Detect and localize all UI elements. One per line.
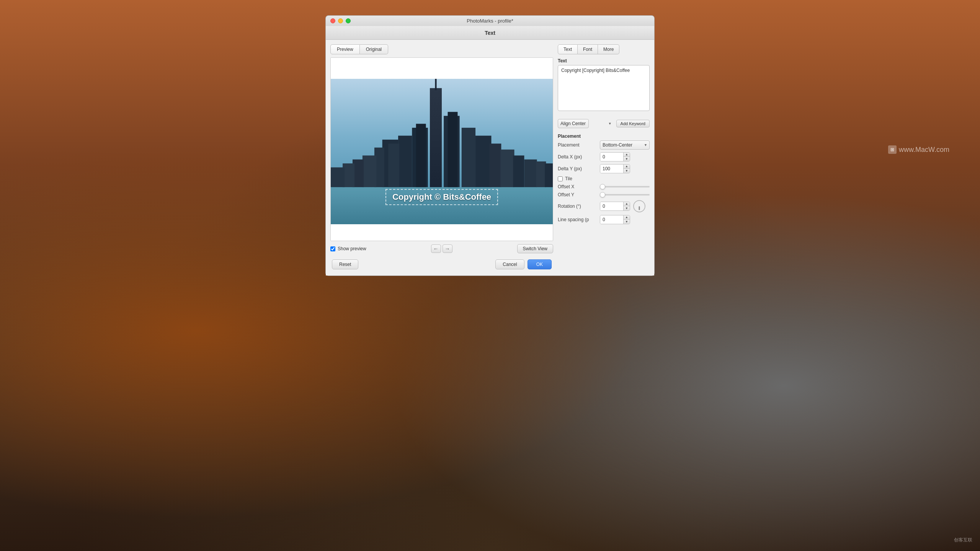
rotation-down[interactable]: ▼	[624, 206, 630, 210]
close-button[interactable]	[330, 18, 335, 23]
rotation-input[interactable]	[600, 202, 623, 210]
tab-more[interactable]: More	[598, 44, 619, 54]
tab-original[interactable]: Original	[360, 44, 388, 54]
svg-rect-15	[448, 112, 458, 187]
offset-y-thumb	[600, 192, 605, 197]
bottom-buttons: Reset Cancel OK	[330, 256, 553, 271]
line-spacing-up[interactable]: ▲	[624, 215, 630, 220]
offset-x-label: Offset X	[558, 184, 600, 189]
prev-button[interactable]: ←	[431, 245, 441, 253]
delta-x-row: Delta X (px) ▲ ▼	[558, 152, 650, 161]
watermark-icon: ⊞	[888, 145, 897, 154]
svg-rect-7	[388, 143, 399, 187]
svg-rect-16	[462, 128, 475, 187]
svg-rect-20	[513, 155, 524, 187]
delta-x-input[interactable]	[600, 153, 623, 161]
svg-rect-22	[536, 161, 546, 187]
window-controls	[330, 18, 351, 23]
action-buttons: Cancel OK	[495, 259, 552, 269]
tile-checkbox[interactable]	[558, 176, 563, 181]
svg-rect-21	[524, 160, 537, 187]
svg-rect-8	[363, 155, 376, 187]
svg-rect-19	[500, 150, 514, 187]
svg-rect-11	[331, 167, 345, 187]
dialog-title: Text	[485, 30, 495, 36]
add-keyword-button[interactable]: Add Keyword	[616, 120, 650, 127]
rotation-input-wrapper: ▲ ▼	[600, 202, 630, 211]
image-watermark-overlay: Copyright © Bits&Coffee	[385, 189, 498, 205]
next-button[interactable]: →	[443, 245, 452, 253]
cancel-button[interactable]: Cancel	[495, 259, 524, 269]
offset-x-slider[interactable]	[600, 186, 650, 187]
site-watermark: ⊞ www.MacW.com	[888, 145, 949, 154]
maximize-button[interactable]	[346, 18, 351, 23]
reset-button[interactable]: Reset	[332, 259, 358, 269]
delta-y-down[interactable]: ▼	[624, 169, 630, 173]
placement-select-wrapper: Top-Left Top-Center Top-Right Center-Lef…	[600, 140, 650, 150]
delta-y-label: Delta Y (px)	[558, 166, 600, 171]
offset-y-slider[interactable]	[600, 194, 650, 196]
svg-rect-18	[489, 143, 501, 187]
delta-y-input[interactable]	[600, 165, 623, 173]
preview-image: Copyright © Bits&Coffee	[331, 79, 553, 224]
text-controls: Align Left Align Center Align Right Add …	[558, 119, 650, 128]
right-panel: Text Font More Text Copyright [Copyright…	[558, 44, 650, 271]
dialog-body: Preview Original	[326, 40, 654, 276]
offset-y-label: Offset Y	[558, 192, 600, 197]
delta-x-up[interactable]: ▲	[624, 153, 630, 157]
window-title: PhotoMarks - profile*	[467, 18, 513, 24]
line-spacing-label: Line spacing (p	[558, 217, 600, 222]
main-window: PhotoMarks - profile* Text Preview Origi…	[325, 15, 655, 276]
watermark-text: www.MacW.com	[899, 146, 949, 154]
align-dropdown[interactable]: Align Left Align Center Align Right	[558, 119, 589, 128]
delta-y-up[interactable]: ▲	[624, 165, 630, 169]
placement-section: Placement Placement Top-Left Top-Center …	[558, 134, 650, 227]
text-input[interactable]: Copyright [Copyright] Bits&Coffee	[558, 65, 650, 111]
tab-preview[interactable]: Preview	[330, 44, 360, 54]
text-section-label: Text	[558, 58, 650, 64]
nav-buttons: ← →	[431, 245, 452, 253]
bottom-watermark: 创客互联	[954, 537, 972, 543]
minimize-button[interactable]	[338, 18, 343, 23]
delta-x-label: Delta X (px)	[558, 154, 600, 160]
switch-view-button[interactable]: Switch View	[517, 244, 553, 253]
right-tabs: Text Font More	[558, 44, 650, 54]
title-bar: PhotoMarks - profile*	[325, 15, 655, 26]
placement-row: Placement Top-Left Top-Center Top-Right …	[558, 140, 650, 150]
svg-rect-6	[398, 136, 412, 187]
align-select-wrapper: Align Left Align Center Align Right	[558, 119, 614, 128]
show-preview-checkbox[interactable]	[330, 246, 335, 251]
svg-rect-17	[475, 136, 491, 187]
text-section: Text Copyright [Copyright] Bits&Coffee	[558, 58, 650, 112]
line-spacing-stepper: ▲ ▼	[623, 215, 630, 224]
tile-row: Tile	[558, 176, 650, 181]
tile-label: Tile	[565, 176, 572, 181]
delta-y-stepper: ▲ ▼	[623, 165, 630, 173]
delta-x-input-wrapper: ▲ ▼	[600, 152, 630, 161]
show-preview-control: Show preview	[330, 246, 366, 251]
line-spacing-down[interactable]: ▼	[624, 220, 630, 224]
placement-dropdown[interactable]: Top-Left Top-Center Top-Right Center-Lef…	[600, 140, 650, 150]
rotation-row: Rotation (°) ▲ ▼	[558, 200, 650, 212]
dialog-window: Text Preview Original	[325, 26, 655, 276]
delta-y-row: Delta Y (px) ▲ ▼	[558, 164, 650, 173]
line-spacing-input[interactable]	[600, 215, 623, 224]
left-panel: Preview Original	[330, 44, 553, 271]
tab-text[interactable]: Text	[558, 44, 578, 54]
delta-x-down[interactable]: ▼	[624, 157, 630, 161]
svg-rect-13	[416, 124, 426, 187]
line-spacing-input-wrapper: ▲ ▼	[600, 215, 630, 224]
rotation-dial[interactable]	[633, 200, 645, 212]
offset-y-row: Offset Y	[558, 192, 650, 197]
rotation-up[interactable]: ▲	[624, 202, 630, 206]
svg-rect-23	[545, 163, 553, 187]
rotation-label: Rotation (°)	[558, 204, 600, 209]
tab-font[interactable]: Font	[578, 44, 598, 54]
placement-section-label: Placement	[558, 134, 650, 139]
placement-label: Placement	[558, 142, 600, 148]
show-preview-label: Show preview	[338, 246, 366, 251]
preview-top-padding	[331, 58, 553, 79]
rotation-stepper: ▲ ▼	[623, 202, 630, 210]
delta-x-stepper: ▲ ▼	[623, 153, 630, 161]
ok-button[interactable]: OK	[528, 259, 552, 269]
